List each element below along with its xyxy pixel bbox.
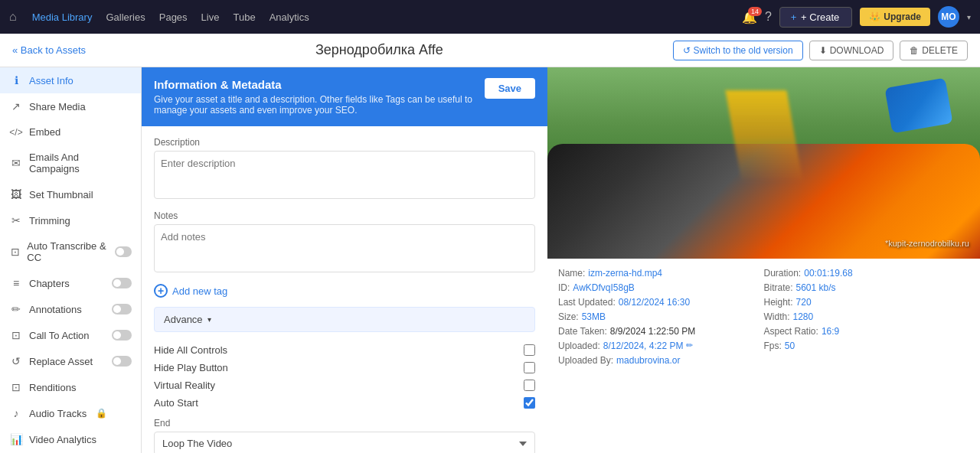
asset-info-icon: ℹ: [9, 74, 23, 86]
auto-start-row: Auto Start: [154, 394, 535, 412]
chapters-toggle[interactable]: [112, 278, 132, 288]
download-icon: ⬇: [819, 45, 827, 56]
transcribe-icon: ⊡: [9, 246, 21, 258]
end-label: End: [154, 418, 535, 429]
add-tag-row[interactable]: + Add new tag: [154, 284, 535, 298]
info-banner-description: Give your asset a title and a descriptio…: [154, 94, 485, 116]
meta-updated-row: Last Updated: 08/12/2024 16:30: [558, 297, 764, 308]
sidebar-label-embed: Embed: [29, 126, 60, 138]
sidebar-item-call-to-action[interactable]: ⊡ Call To Action: [0, 322, 141, 348]
annotations-icon: ✏: [9, 303, 23, 315]
meta-bitrate-key: Bitrate:: [764, 282, 793, 293]
notes-label: Notes: [154, 210, 535, 221]
sidebar-item-replace-asset[interactable]: ↺ Replace Asset: [0, 348, 141, 374]
sidebar-item-set-thumbnail[interactable]: 🖼 Set Thumbnail: [0, 181, 141, 207]
help-button[interactable]: ?: [765, 10, 772, 24]
page-title: Зернодробилка Affe: [86, 42, 672, 58]
upgrade-icon: 👑: [869, 11, 880, 22]
replace-toggle[interactable]: [112, 356, 132, 367]
avatar-chevron-icon: ▾: [967, 13, 971, 21]
sidebar-item-renditions[interactable]: ⊡ Renditions: [0, 374, 141, 400]
hide-all-controls-label: Hide All Controls: [154, 344, 227, 356]
delete-icon: 🗑: [910, 45, 919, 56]
home-icon[interactable]: ⌂: [9, 10, 17, 24]
meta-height-row: Height: 720: [764, 297, 970, 308]
auto-transcribe-toggle[interactable]: [115, 246, 132, 257]
meta-uploaded-key: Uploaded:: [558, 341, 600, 351]
thumbnail-icon: 🖼: [9, 188, 23, 200]
nav-live[interactable]: Live: [201, 11, 220, 23]
meta-height-key: Height:: [764, 297, 793, 308]
description-label: Description: [154, 137, 535, 148]
description-field-group: Description: [154, 137, 535, 201]
advance-chevron-icon: ▾: [207, 315, 211, 324]
description-textarea[interactable]: [154, 151, 535, 199]
audio-icon: ♪: [9, 407, 23, 419]
meta-aspect-row: Aspect Ratio: 16:9: [764, 326, 970, 337]
meta-uploadedby-value: madubrovina.or: [616, 355, 680, 366]
sidebar-item-video-analytics[interactable]: 📊 Video Analytics: [0, 426, 141, 452]
add-tag-plus-icon: +: [154, 284, 168, 298]
hide-play-button-checkbox[interactable]: [524, 362, 535, 373]
notifications-button[interactable]: 🔔14: [742, 10, 757, 24]
meta-size-key: Size:: [558, 311, 579, 322]
sidebar-item-share-media[interactable]: ↗ Share Media: [0, 93, 141, 119]
nav-media-library[interactable]: Media Library: [32, 11, 93, 23]
hide-all-controls-checkbox[interactable]: [524, 344, 535, 356]
notes-textarea[interactable]: [154, 224, 535, 272]
farm-visual: *kupit-zernodrobilku.ru: [547, 67, 980, 259]
auto-start-checkbox[interactable]: [524, 397, 535, 409]
cta-icon: ⊡: [9, 329, 23, 341]
meta-id-key: ID:: [558, 282, 570, 293]
advance-label: Advance: [164, 314, 203, 325]
sidebar-label-renditions: Renditions: [29, 382, 76, 393]
upgrade-button[interactable]: 👑 Upgrade: [860, 8, 930, 26]
nav-galleries[interactable]: Galleries: [106, 11, 145, 23]
cta-toggle[interactable]: [112, 330, 132, 341]
main-layout: ℹ Asset Info ↗ Share Media </> Embed ✉ E…: [0, 67, 980, 453]
sidebar-label-asset-info: Asset Info: [29, 75, 74, 86]
meta-fps-key: Fps:: [764, 341, 782, 351]
meta-aspect-key: Aspect Ratio:: [764, 326, 818, 337]
chapters-icon: ≡: [9, 277, 23, 289]
meta-width-key: Width:: [764, 311, 790, 322]
meta-name-key: Name:: [558, 268, 585, 279]
top-nav-right: 🔔14 ? + + Create 👑 Upgrade MO ▾: [742, 6, 971, 28]
sidebar-item-emails-campaigns[interactable]: ✉ Emails And Campaigns: [0, 145, 141, 181]
nav-tube[interactable]: Tube: [233, 11, 255, 23]
sidebar-item-audio-tracks[interactable]: ♪ Audio Tracks 🔒: [0, 400, 141, 426]
form-body: Description Notes + Add new tag Advance …: [142, 126, 547, 453]
upgrade-label: Upgrade: [884, 11, 921, 22]
download-button[interactable]: ⬇ DOWNLOAD: [809, 41, 894, 60]
virtual-reality-checkbox[interactable]: [524, 380, 535, 391]
meta-duration-value: 00:01:19.68: [804, 268, 852, 279]
annotations-toggle[interactable]: [112, 304, 132, 314]
user-avatar[interactable]: MO: [938, 6, 959, 28]
auto-start-label: Auto Start: [154, 397, 198, 409]
meta-uploaded-row: Uploaded: 8/12/2024, 4:22 PM ✏: [558, 341, 764, 351]
switch-icon: ↺: [683, 45, 691, 56]
save-button[interactable]: Save: [485, 78, 535, 99]
sidebar-item-chapters[interactable]: ≡ Chapters: [0, 270, 141, 296]
switch-to-old-version-button[interactable]: ↺ Switch to the old version: [673, 41, 803, 60]
end-select[interactable]: Loop The Video Stop Redirect: [154, 432, 535, 453]
meta-updated-key: Last Updated:: [558, 297, 616, 308]
sidebar-item-embed[interactable]: </> Embed: [0, 119, 141, 145]
back-to-assets-link[interactable]: « Back to Assets: [12, 44, 86, 56]
meta-uploadedby-key: Uploaded By:: [558, 355, 613, 366]
sidebar-item-trimming[interactable]: ✂ Trimming: [0, 207, 141, 233]
create-button[interactable]: + + Create: [779, 7, 852, 28]
sidebar-item-annotations[interactable]: ✏ Annotations: [0, 296, 141, 322]
sidebar-item-auto-transcribe[interactable]: ⊡ Auto Transcribe & CC: [0, 233, 141, 270]
nav-pages[interactable]: Pages: [159, 11, 188, 23]
advance-bar[interactable]: Advance ▾: [154, 307, 535, 332]
nav-analytics[interactable]: Analytics: [270, 11, 309, 23]
delete-button[interactable]: 🗑 DELETE: [900, 41, 968, 60]
edit-uploaded-icon[interactable]: ✏: [686, 341, 693, 351]
hide-all-controls-row: Hide All Controls: [154, 341, 535, 359]
meta-duration-key: Duration:: [764, 268, 802, 279]
sidebar-label-replace: Replace Asset: [29, 356, 93, 367]
share-media-icon: ↗: [9, 100, 23, 112]
meta-name-value: izm-zerna-hd.mp4: [588, 268, 662, 279]
sidebar-item-asset-info[interactable]: ℹ Asset Info: [0, 67, 141, 93]
